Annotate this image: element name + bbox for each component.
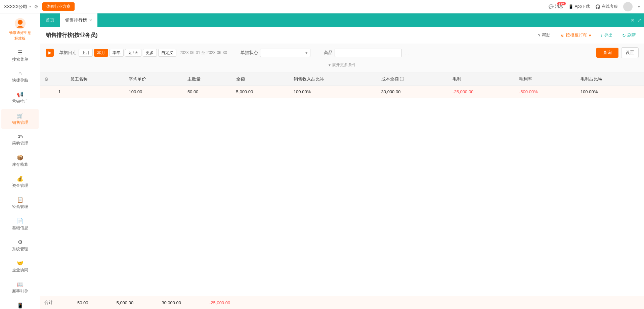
gear-icon: ⚙ — [18, 239, 23, 245]
sidebar-item-label: 新手引导 — [12, 289, 28, 294]
sidebar-item-label: 采购管理 — [12, 141, 28, 146]
sidebar: 畅康通好生意 标准版 ☰ 搜索菜单 ⌂ 快捷导航 📢 营销推广 🛒 销售管理 🛍… — [0, 13, 40, 309]
goods-input[interactable] — [335, 49, 402, 57]
svg-point-1 — [17, 20, 22, 24]
refresh-icon: ↻ — [622, 33, 626, 38]
th-quantity: 主数量 — [183, 73, 232, 86]
app-icon: 📱 — [17, 302, 24, 309]
sidebar-item-label: 系统管理 — [12, 246, 28, 252]
td-gross-profit: -25,000.00 — [448, 86, 515, 98]
td-avg-price: 100.00 — [125, 86, 183, 98]
footer-cells: 50.00 5,000.00 30,000.00 -25,000.00 — [73, 300, 234, 305]
sidebar-item-capital-mgmt[interactable]: 💰 资金管理 — [1, 172, 39, 192]
app-download-label: App下载 — [575, 4, 590, 9]
tab-home[interactable]: 首页 — [40, 13, 60, 27]
online-service-label: 在线客服 — [602, 4, 618, 9]
tab-bar: 首页 销售排行榜 ✕ ✕ ⤢ — [40, 13, 644, 27]
td-cost: 30,000.00 — [377, 86, 449, 98]
home-icon: ⌂ — [18, 70, 22, 76]
search-icon: ☰ — [18, 49, 23, 56]
sidebar-item-inventory[interactable]: 📦 库存核算 — [1, 151, 39, 171]
tab-close-all-icon[interactable]: ✕ — [631, 17, 635, 23]
logo-icon — [14, 17, 26, 30]
export-label: 导出 — [604, 32, 613, 38]
tab-sales-ranking[interactable]: 销售排行榜 ✕ — [60, 13, 97, 27]
tab-bar-right: ✕ ⤢ — [631, 17, 644, 23]
th-gross-margin: 毛利率 — [515, 73, 576, 86]
export-icon: ↓ — [601, 33, 603, 38]
filter-collapse-btn[interactable]: ▶ — [46, 49, 54, 57]
logo-text-line1: 畅康通好生意 — [9, 30, 31, 35]
sidebar-item-app-center[interactable]: 📱 应用中心 — [1, 299, 39, 309]
content-area: 首页 销售排行榜 ✕ ✕ ⤢ 销售排行榜(按业务员) ? 帮助 — [40, 13, 644, 309]
goods-filter-item: 商品 ... — [324, 49, 409, 57]
megaphone-icon: 📢 — [17, 91, 24, 98]
date-btn-last-month[interactable]: 上月 — [79, 49, 93, 57]
company-selector[interactable]: XXXXX公司 ▾ — [4, 4, 31, 10]
sidebar-item-label: 库存核算 — [12, 162, 28, 167]
collab-icon: 🤝 — [17, 260, 24, 266]
help-button[interactable]: ? 帮助 — [535, 31, 553, 40]
settings-button[interactable]: 设置 — [621, 47, 639, 58]
sidebar-item-basic-info[interactable]: 📄 基础信息 — [1, 214, 39, 234]
date-btn-custom[interactable]: 自定义 — [158, 49, 176, 57]
table-row: 1 100.00 50.00 5,000.00 100.00% 30,000.0… — [40, 86, 644, 98]
tab-sales-ranking-label: 销售排行榜 — [65, 17, 87, 23]
sidebar-item-search-order[interactable]: ☰ 搜索菜单 — [1, 46, 39, 66]
template-print-label: 按模板打印 — [566, 32, 588, 38]
settings-icon[interactable]: ⚙ — [34, 4, 38, 10]
filter-bar: ▶ 单据日期 上月 本月 本年 近7天 更多 自定义 2023-06-01 至 … — [40, 44, 644, 73]
footer-gross-profit: -25,000.00 — [205, 300, 234, 305]
data-table: ⚙ 员工名称 平均单价 主数量 全额 销售收入占比% 成本全额 ⓘ 毛利 毛利率… — [40, 73, 644, 98]
clipboard-icon: 📋 — [17, 197, 24, 203]
money-icon: 💰 — [17, 175, 24, 182]
query-button[interactable]: 查询 — [596, 48, 618, 58]
date-btn-last-7-days[interactable]: 近7天 — [125, 49, 141, 57]
sidebar-item-operations-mgmt[interactable]: 📋 经营管理 — [1, 193, 39, 213]
export-button[interactable]: ↓ 导出 — [598, 31, 616, 40]
footer-quantity: 50.00 — [73, 300, 92, 305]
date-btn-more[interactable]: 更多 — [143, 49, 157, 57]
date-btn-this-month[interactable]: 本月 — [94, 49, 108, 57]
app-download-item[interactable]: 📱 App下载 — [568, 4, 590, 9]
message-item[interactable]: 💬 消息 99+ — [549, 4, 563, 9]
cart-icon: 🛒 — [17, 112, 24, 119]
help-icon: ? — [538, 33, 540, 38]
td-quantity: 50.00 — [183, 86, 232, 98]
chevron-down-icon: ▾ — [29, 4, 31, 9]
sidebar-item-system-mgmt[interactable]: ⚙ 系统管理 — [1, 236, 39, 255]
status-select[interactable] — [260, 49, 310, 57]
online-service-item[interactable]: 🎧 在线客服 — [595, 4, 618, 9]
th-amount: 全额 — [232, 73, 290, 86]
sidebar-item-label: 销售管理 — [12, 120, 28, 125]
app-download-icon: 📱 — [568, 4, 573, 9]
sidebar-item-sales-mgmt[interactable]: 🛒 销售管理 — [1, 109, 39, 129]
sidebar-item-marketing[interactable]: 📢 营销推广 — [1, 88, 39, 108]
expand-more-bar[interactable]: ▾ 展开更多条件 — [46, 61, 639, 69]
footer-label: 合计 — [44, 300, 53, 306]
trial-button[interactable]: 体验行业方案 — [42, 2, 75, 11]
headset-icon: 🎧 — [595, 4, 600, 9]
refresh-button[interactable]: ↻ 刷新 — [619, 31, 639, 40]
refresh-label: 刷新 — [627, 32, 636, 38]
table-header-row: ⚙ 员工名称 平均单价 主数量 全额 销售收入占比% 成本全额 ⓘ 毛利 毛利率… — [40, 73, 644, 86]
sidebar-item-enterprise-collab[interactable]: 🤝 企业协同 — [1, 257, 39, 276]
tab-restore-icon[interactable]: ⤢ — [637, 17, 641, 23]
help-label: 帮助 — [542, 32, 551, 38]
sidebar-item-new-user-guide[interactable]: 📖 新手引导 — [1, 278, 39, 298]
expand-more-label: 展开更多条件 — [332, 62, 356, 68]
date-btn-this-year[interactable]: 本年 — [110, 49, 124, 57]
th-employee: 员工名称 — [66, 73, 125, 86]
status-filter-item: 单据状态 — [241, 49, 310, 57]
goods-label: 商品 — [324, 50, 333, 56]
avatar[interactable] — [623, 2, 633, 11]
td-settings — [40, 86, 53, 98]
sidebar-item-purchase-mgmt[interactable]: 🛍 采购管理 — [1, 130, 39, 150]
sidebar-item-quick-nav[interactable]: ⌂ 快捷导航 — [1, 67, 39, 87]
sidebar-item-label: 资金管理 — [12, 183, 28, 189]
message-icon: 💬 — [549, 4, 554, 9]
table-footer: 合计 50.00 5,000.00 30,000.00 -25,000.00 — [40, 296, 644, 309]
status-select-wrapper[interactable] — [260, 49, 310, 57]
tab-close-icon[interactable]: ✕ — [89, 18, 92, 22]
template-print-button[interactable]: 🖨 按模板打印 ▾ — [557, 31, 594, 40]
